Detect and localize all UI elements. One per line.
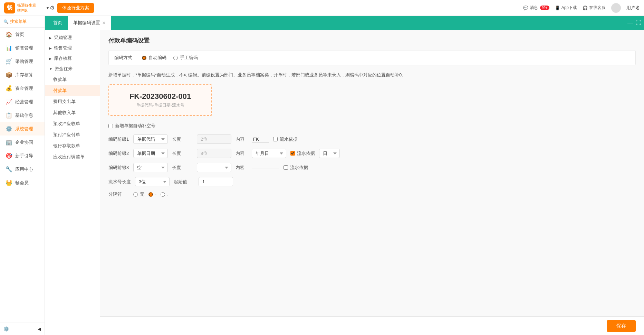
arrow-icon: ▶ — [49, 36, 52, 40]
prefix3-watermark-check[interactable]: 流水依据 — [283, 165, 308, 171]
encoding-type-label: 编码方式 — [114, 55, 135, 61]
prefix2-select[interactable]: 单据日期 — [133, 149, 168, 158]
message-badge: 99+ — [540, 6, 549, 10]
sidebar-item-company[interactable]: 🏢 企业协同 — [0, 136, 45, 149]
avatar[interactable] — [611, 3, 621, 13]
prefix-row-1: 编码前缀1 单据代码 长度 2位 内容 FK 流水依据 — [108, 134, 636, 144]
settings-icon[interactable]: ⚙ — [50, 4, 55, 11]
basicinfo-icon: 📋 — [6, 112, 12, 119]
prefix-row-3: 编码前缀3 空 长度 内容 流水依据 — [108, 163, 636, 172]
nav-item-expense[interactable]: 费用支出单 — [45, 96, 100, 107]
app-download-button[interactable]: 📱 App下载 — [555, 5, 577, 11]
tab-home[interactable]: 首页 — [48, 16, 68, 30]
preview-code: FK-20230602-001 — [119, 92, 201, 101]
operations-icon: 📈 — [6, 99, 12, 105]
prefix1-watermark-check[interactable]: 流水依据 — [273, 136, 298, 142]
nav-item-ap-ar-adjust[interactable]: 应收应付调整单 — [45, 151, 100, 162]
auto-fill-row: 新增单据自动补空号 — [108, 123, 636, 129]
message-icon: 💬 — [523, 6, 528, 10]
content-wrapper: ▶ 采购管理 ▶ 销售管理 ▶ 库存核算 ▼ 资金往来 收款单 付款单 费用支出… — [45, 30, 644, 335]
serial-length-select[interactable]: 3位 — [135, 177, 170, 186]
auto-fill-label: 新增单据自动补空号 — [115, 123, 155, 129]
manual-encoding-radio[interactable] — [173, 56, 178, 60]
sidebar-item-inventory[interactable]: 📦 库存核算 — [0, 68, 45, 82]
nav-item-receipt[interactable]: 收款单 — [45, 74, 100, 85]
manual-encoding-option[interactable]: 手工编码 — [173, 55, 198, 61]
prefix3-select[interactable]: 空 — [133, 163, 168, 172]
separator-dot-radio[interactable] — [161, 192, 165, 197]
sidebar-item-basicinfo[interactable]: 📋 基础信息 — [0, 109, 45, 122]
serial-row: 流水号长度 3位 起始值 — [108, 177, 636, 186]
auto-encoding-option[interactable]: 自动编码 — [142, 55, 166, 61]
nav-group-sales[interactable]: ▶ 销售管理 — [45, 43, 100, 53]
sidebar-item-home[interactable]: 🏠 首页 — [0, 28, 45, 41]
sidebar-item-system[interactable]: ⚙️ 系统管理 — [0, 122, 45, 136]
sidebar-item-appcenter[interactable]: 🔧 应用中心 — [0, 162, 45, 176]
footer-settings-icon[interactable]: ⚙️ — [3, 326, 9, 332]
tab-maximize-button[interactable]: ⛶ — [636, 20, 641, 26]
collapse-icon[interactable]: ◀ — [38, 326, 41, 332]
workspace-dropdown[interactable]: ▼ — [46, 6, 50, 10]
sidebar-item-newguide[interactable]: 🎯 新手引导 — [0, 149, 45, 162]
prefix1-length-select[interactable]: 2位 — [197, 134, 231, 144]
auto-encoding-radio[interactable] — [142, 56, 146, 60]
online-service-button[interactable]: 🎧 在线客服 — [583, 5, 606, 11]
tab-encoding[interactable]: 单据编码设置 ✕ — [68, 16, 111, 30]
tab-close-encoding[interactable]: ✕ — [102, 20, 106, 25]
sidebar-footer: ⚙️ ◀ — [0, 323, 45, 335]
save-button[interactable]: 保存 — [607, 320, 636, 332]
nav-item-other-income[interactable]: 其他收入单 — [45, 107, 100, 118]
nav-group-inventory[interactable]: ▶ 库存核算 — [45, 53, 100, 64]
prefix2-length-select[interactable]: 8位 — [197, 149, 231, 158]
separator-dot-option[interactable]: . — [161, 192, 169, 197]
nav-group-purchase[interactable]: ▶ 采购管理 — [45, 32, 100, 43]
serial-start-input[interactable] — [199, 177, 233, 186]
nav-item-prepaid-payable[interactable]: 预付冲应付单 — [45, 129, 100, 140]
page-content: 付款单编码设置 编码方式 自动编码 手工编码 — [100, 30, 644, 316]
prefix2-content-select[interactable]: 年月日 — [252, 149, 286, 158]
bottom-bar: 保存 — [100, 316, 644, 335]
auto-fill-checkbox[interactable] — [108, 124, 113, 128]
prefix3-length-select[interactable] — [197, 163, 231, 172]
nav-item-payment[interactable]: 付款单 — [45, 85, 100, 96]
prefix1-watermark-checkbox[interactable] — [273, 137, 278, 141]
sidebar-item-member[interactable]: 👑 畅会员 — [0, 176, 45, 189]
separator-dash-option[interactable]: - — [148, 192, 156, 197]
prefix2-cycle-select[interactable]: 日 — [319, 149, 340, 158]
nav-item-prepaid-receivable[interactable]: 预收冲应收单 — [45, 118, 100, 129]
member-icon: 👑 — [6, 179, 12, 186]
message-button[interactable]: 💬 消息 99+ — [523, 5, 549, 11]
prefix2-label: 编码前缀2 — [108, 150, 129, 157]
purchase-icon: 🛒 — [6, 58, 12, 65]
left-nav: ▶ 采购管理 ▶ 销售管理 ▶ 库存核算 ▼ 资金往来 收款单 付款单 费用支出… — [45, 30, 100, 335]
prefix2-content-label: 内容 — [236, 150, 248, 157]
separator-none-radio[interactable] — [133, 192, 138, 197]
tab-minimize-button[interactable]: — — [627, 20, 633, 26]
trial-button[interactable]: 体验行业方案 — [57, 3, 94, 13]
sidebar-item-sales[interactable]: 📊 销售管理 — [0, 41, 45, 55]
sidebar-item-finance[interactable]: 💰 资金管理 — [0, 82, 45, 95]
sidebar: 🔍 搜索菜单 🏠 首页 📊 销售管理 🛒 采购管理 📦 库存核算 💰 资金管理 … — [0, 16, 45, 335]
nav-item-bank-deposit[interactable]: 银行存取款单 — [45, 140, 100, 151]
prefix2-length-label: 长度 — [172, 150, 193, 157]
prefix2-watermark-check[interactable]: 流水依据 — [290, 150, 315, 157]
tab-bar: 首页 单据编码设置 ✕ — ⛶ — [45, 16, 644, 30]
encoding-type-section: 编码方式 自动编码 手工编码 — [108, 50, 636, 65]
arrow-icon: ▼ — [49, 67, 52, 71]
sidebar-item-operations[interactable]: 📈 经营管理 — [0, 95, 45, 109]
prefix3-watermark-checkbox[interactable] — [283, 165, 288, 170]
company-icon: 🏢 — [6, 139, 12, 146]
prefix2-watermark-checkbox[interactable] — [290, 151, 295, 156]
sidebar-item-purchase[interactable]: 🛒 采购管理 — [0, 55, 45, 68]
prefix1-length-label: 长度 — [172, 136, 193, 142]
nav-group-fund[interactable]: ▼ 资金往来 — [45, 64, 100, 74]
home-icon: 🏠 — [6, 31, 12, 38]
logo-text: 畅通好生意 插件版 — [17, 3, 36, 12]
separator-dash-radio[interactable] — [148, 192, 153, 197]
sidebar-search[interactable]: 🔍 搜索菜单 — [0, 16, 45, 28]
prefix1-select[interactable]: 单据代码 — [133, 134, 168, 144]
separator-none-option[interactable]: 无 — [133, 191, 144, 197]
sales-icon: 📊 — [6, 45, 12, 51]
header-actions: 💬 消息 99+ 📱 App下载 🎧 在线客服 用户名 — [523, 3, 640, 13]
main-area: 首页 单据编码设置 ✕ — ⛶ ▶ 采购管理 ▶ 销售管理 ▶ 库存核算 — [45, 16, 644, 335]
